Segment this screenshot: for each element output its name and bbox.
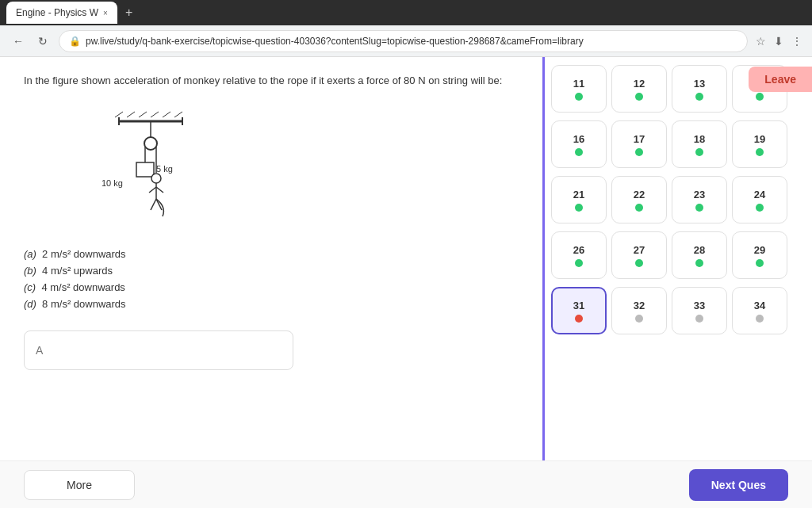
question-cell[interactable]: 27	[611, 231, 667, 279]
address-bar: ← ↻ 🔒 pw.live/study/q-bank-exercise/topi…	[0, 25, 812, 57]
question-number: 24	[754, 189, 765, 201]
browser-actions: ☆ ⬇ ⋮	[756, 35, 802, 48]
question-status-dot	[575, 259, 583, 267]
question-cell[interactable]: 19	[732, 120, 787, 168]
svg-line-5	[139, 112, 147, 117]
question-status-dot	[635, 204, 643, 212]
grid-row: 31323334	[551, 287, 806, 334]
download-icon[interactable]: ⬇	[774, 35, 783, 48]
question-cell[interactable]: 12	[611, 65, 667, 113]
svg-line-19	[156, 187, 163, 193]
question-status-dot	[635, 148, 643, 156]
question-cell[interactable]: 16	[551, 120, 607, 168]
question-cell[interactable]: 23	[672, 176, 727, 223]
question-text: In the figure shown acceleration of monk…	[24, 73, 519, 90]
svg-line-3	[115, 112, 123, 117]
svg-rect-12	[136, 162, 154, 177]
question-number: 18	[694, 133, 705, 145]
next-question-button[interactable]: Next Ques	[689, 469, 788, 501]
svg-text:5 kg: 5 kg	[156, 164, 173, 174]
url-bar[interactable]: 🔒 pw.live/study/q-bank-exercise/topicwis…	[59, 30, 748, 52]
question-status-dot	[635, 315, 643, 323]
option-item[interactable]: (c) 4 m/s² downwards	[24, 281, 519, 293]
question-number: 19	[754, 133, 765, 145]
browser-chrome: Engine - Physics W × +	[0, 0, 812, 25]
question-number: 28	[694, 244, 705, 256]
tab-add-icon[interactable]: +	[125, 6, 132, 20]
question-panel: In the figure shown acceleration of monk…	[0, 57, 542, 460]
question-number: 17	[634, 133, 645, 145]
question-status-dot	[756, 315, 764, 323]
question-number: 23	[694, 189, 705, 201]
question-cell[interactable]: 11	[551, 65, 607, 113]
question-number: 16	[573, 133, 584, 145]
question-number: 27	[634, 244, 645, 256]
question-cell[interactable]: 13	[672, 65, 727, 113]
options-list: (a) 2 m/s² downwards(b) 4 m/s² upwards(c…	[24, 248, 519, 315]
question-number: 26	[573, 244, 584, 256]
question-status-dot	[635, 259, 643, 267]
question-cell[interactable]: 22	[611, 176, 667, 223]
question-status-dot	[695, 259, 703, 267]
browser-tab[interactable]: Engine - Physics W ×	[6, 2, 117, 24]
leave-button[interactable]: Leave	[749, 67, 812, 92]
question-number: 12	[634, 78, 645, 90]
question-status-dot	[695, 148, 703, 156]
question-status-dot	[635, 93, 643, 101]
svg-line-6	[151, 112, 159, 117]
svg-point-16	[151, 174, 161, 183]
question-status-dot	[575, 204, 583, 212]
question-status-dot	[756, 204, 764, 212]
question-number: 34	[754, 300, 765, 311]
question-cell[interactable]: 29	[732, 231, 787, 279]
back-button[interactable]: ←	[10, 32, 27, 51]
question-cell[interactable]: 18	[672, 120, 727, 168]
question-number: 31	[573, 300, 584, 311]
question-cell[interactable]: 33	[672, 287, 727, 334]
more-button[interactable]: More	[24, 470, 135, 500]
question-status-dot	[575, 315, 583, 323]
question-number: 33	[694, 300, 705, 311]
url-text: pw.live/study/q-bank-exercise/topicwise-…	[86, 36, 584, 47]
tab-close-icon[interactable]: ×	[103, 9, 108, 17]
svg-line-8	[174, 112, 182, 117]
question-number: 22	[634, 189, 645, 201]
grid-row: 26272829	[551, 231, 806, 279]
reload-button[interactable]: ↻	[35, 32, 51, 51]
question-number: 29	[754, 244, 765, 256]
question-number: 21	[573, 189, 584, 201]
question-cell[interactable]: 32	[611, 287, 667, 334]
question-cell[interactable]: 26	[551, 231, 607, 279]
option-item[interactable]: (b) 4 m/s² upwards	[24, 265, 519, 277]
pulley-figure-area: 5 kg 10 kg	[71, 105, 519, 235]
question-number: 13	[694, 78, 705, 90]
security-icon: 🔒	[69, 36, 81, 47]
svg-line-18	[149, 187, 156, 193]
option-item[interactable]: (a) 2 m/s² downwards	[24, 248, 519, 260]
question-cell[interactable]: 34	[732, 287, 787, 334]
share-icon[interactable]: ⋮	[791, 35, 802, 48]
option-item[interactable]: (d) 8 m/s² downwards	[24, 298, 519, 310]
question-cell[interactable]: 28	[672, 231, 727, 279]
bottom-bar: More Next Ques	[0, 460, 812, 508]
question-status-dot	[695, 93, 703, 101]
question-status-dot	[756, 148, 764, 156]
grid-row: 21222324	[551, 176, 806, 223]
page-content: Leave In the figure shown acceleration o…	[0, 57, 812, 508]
answer-input[interactable]	[24, 330, 293, 370]
question-number: 11	[573, 78, 584, 90]
question-number: 32	[634, 300, 645, 311]
question-cell[interactable]: 31	[551, 287, 607, 334]
question-cell[interactable]: 17	[611, 120, 667, 168]
svg-text:10 kg: 10 kg	[102, 178, 123, 188]
question-cell[interactable]: 21	[551, 176, 607, 223]
question-cell[interactable]: 24	[732, 176, 787, 223]
question-status-dot	[756, 93, 764, 101]
question-status-dot	[756, 259, 764, 267]
question-status-dot	[695, 315, 703, 323]
svg-line-4	[127, 112, 135, 117]
question-status-dot	[575, 93, 583, 101]
star-icon[interactable]: ☆	[756, 35, 766, 48]
svg-line-20	[151, 199, 156, 210]
question-grid: 1112131416171819212223242627282931323334	[542, 57, 812, 460]
